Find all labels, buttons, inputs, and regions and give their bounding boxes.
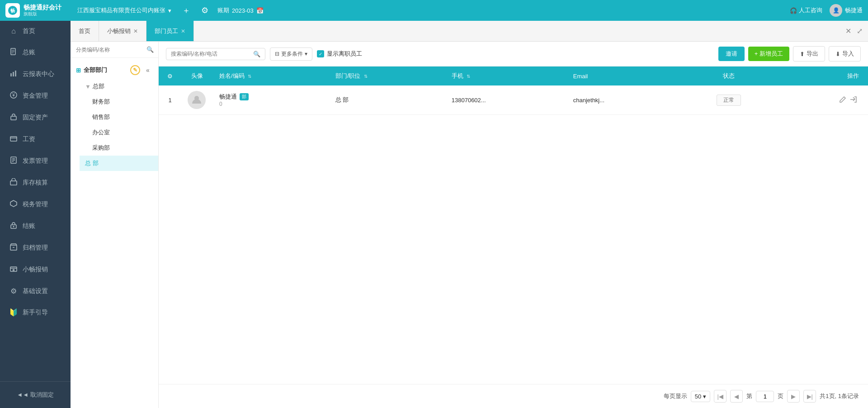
tab-close-button[interactable]: ✕ xyxy=(845,27,851,35)
sidebar-item-close[interactable]: 结账 xyxy=(0,215,71,237)
import-icon: ⬇ xyxy=(835,51,840,57)
sidebar-item-ledger[interactable]: 总账 xyxy=(0,42,71,63)
sidebar-item-reports[interactable]: 云报表中心 xyxy=(0,63,71,85)
tab-employees[interactable]: 部门员工 ✕ xyxy=(146,21,194,41)
show-resigned-checkbox[interactable]: ✓ xyxy=(317,50,324,57)
page-number-input[interactable] xyxy=(756,391,774,402)
sidebar-label-home: 首页 xyxy=(23,27,35,35)
next-page-button[interactable]: ▶ xyxy=(787,390,800,403)
content-area: 首页 小畅报销 ✕ 部门员工 ✕ ✕ ⤢ 🔍 xyxy=(71,21,868,408)
col-phone[interactable]: 手机 ⇅ xyxy=(445,66,567,85)
logout-button[interactable] xyxy=(850,96,857,104)
fixed-icon xyxy=(9,113,18,122)
user-avatar: 👤 xyxy=(830,4,842,17)
tab-expense-close[interactable]: ✕ xyxy=(133,28,138,34)
home-icon: ⌂ xyxy=(9,27,18,35)
status-badge: 正常 xyxy=(717,95,741,106)
sidebar-bottom: ◄◄ 取消固定 xyxy=(0,381,71,408)
tab-employees-close[interactable]: ✕ xyxy=(181,28,185,34)
dept-item-finance[interactable]: 财务部 xyxy=(87,94,158,109)
dept-collapse-button[interactable]: « xyxy=(143,65,153,75)
export-label: 导出 xyxy=(807,50,818,58)
filter-button[interactable]: ⊟ 更多条件 ▾ xyxy=(270,47,312,61)
dept-edit-button[interactable]: ✎ xyxy=(130,65,140,75)
dept-tree: ⊞ 全部部门 ✎ « ▼ 总部 xyxy=(71,58,158,408)
cell-phone: 138070602... xyxy=(445,85,567,115)
settings-button[interactable]: ⚙ xyxy=(199,4,210,17)
per-page-select[interactable]: 50 ▾ xyxy=(691,391,710,402)
svg-rect-8 xyxy=(15,71,16,76)
dept-item-purchase[interactable]: 采购部 xyxy=(87,140,158,156)
logo-text-area: 畅捷通好会计 旗舰版 xyxy=(24,4,61,18)
sidebar-item-salary[interactable]: 工资 xyxy=(0,128,71,150)
dept-item-office[interactable]: 办公室 xyxy=(87,125,158,140)
tab-expand-button[interactable]: ⤢ xyxy=(857,27,863,35)
action-buttons xyxy=(783,96,862,104)
show-resigned-toggle[interactable]: ✓ 显示离职员工 xyxy=(317,50,362,58)
support-button[interactable]: 🎧 人工咨询 xyxy=(790,6,822,14)
svg-rect-18 xyxy=(10,181,17,185)
header-right: 🎧 人工咨询 👤 畅捷通 xyxy=(790,4,863,17)
invite-button[interactable]: 邀请 xyxy=(718,47,745,61)
tab-home[interactable]: 首页 xyxy=(71,21,99,41)
employee-search-input[interactable] xyxy=(171,51,250,57)
edit-button[interactable] xyxy=(839,96,846,104)
tab-employees-label: 部门员工 xyxy=(155,27,178,35)
cell-actions xyxy=(777,85,868,115)
per-page-chevron: ▾ xyxy=(703,393,706,400)
tab-expense[interactable]: 小畅报销 ✕ xyxy=(99,21,146,41)
dept-label-purchase: 采购部 xyxy=(92,144,110,152)
table-row: 1 畅捷通 部 xyxy=(159,85,868,115)
dept-search-input[interactable] xyxy=(76,47,144,53)
table-body: 1 畅捷通 部 xyxy=(159,85,868,115)
dept-item-hq[interactable]: ▼ 总部 xyxy=(80,79,158,94)
first-page-button[interactable]: |◀ xyxy=(714,390,726,403)
dept-label-general: 总 部 xyxy=(85,159,99,167)
user-info[interactable]: 👤 畅捷通 xyxy=(830,4,863,17)
filter-label: 更多条件 xyxy=(281,50,303,58)
search-icon[interactable]: 🔍 xyxy=(253,51,260,57)
svg-rect-7 xyxy=(13,72,14,76)
sidebar-item-inventory[interactable]: 库存核算 xyxy=(0,172,71,194)
prev-page-button[interactable]: ◀ xyxy=(730,390,743,403)
dept-search-icon[interactable]: 🔍 xyxy=(146,46,154,53)
sidebar-label-capital: 资金管理 xyxy=(23,92,48,100)
per-page-value: 50 xyxy=(695,393,701,400)
col-dept[interactable]: 部门/职位 ⇅ xyxy=(329,66,445,85)
sidebar-item-invoice[interactable]: 发票管理 xyxy=(0,150,71,172)
col-status: 状态 xyxy=(681,66,777,85)
calendar-icon[interactable]: 📅 xyxy=(256,7,264,14)
dept-root-all[interactable]: ⊞ 全部部门 ✎ « xyxy=(71,62,158,79)
sidebar-item-tax[interactable]: 税务管理 xyxy=(0,194,71,215)
tax-icon xyxy=(9,200,18,209)
sidebar-label-basic: 基础设置 xyxy=(23,287,48,295)
last-page-button[interactable]: ▶| xyxy=(803,390,816,403)
page-suffix: 页 xyxy=(778,392,783,400)
per-page-label: 每页显示 xyxy=(664,392,687,400)
import-button[interactable]: ⬇ 导入 xyxy=(829,46,861,62)
company-selector[interactable]: 江西服宝精品有限责任公司内账张 ▾ xyxy=(77,6,171,14)
export-button[interactable]: ⬆ 导出 xyxy=(793,46,825,62)
sidebar-item-home[interactable]: ⌂ 首页 xyxy=(0,21,71,42)
logo-subtitle: 旗舰版 xyxy=(24,11,61,17)
sort-dept-icon: ⇅ xyxy=(364,74,368,79)
sidebar-item-basic[interactable]: ⚙ 基础设置 xyxy=(0,280,71,302)
sidebar-item-expense[interactable]: 小畅报销 xyxy=(0,259,71,280)
col-name[interactable]: 姓名/编码 ⇅ xyxy=(213,66,329,85)
col-settings[interactable]: ⚙ xyxy=(159,66,181,85)
dept-item-general[interactable]: 总 部 xyxy=(80,156,158,171)
main-layout: ⌂ 首页 总账 云报表中心 ¥ 资金管理 固定资产 xyxy=(0,21,868,408)
add-employee-button[interactable]: + 新增员工 xyxy=(748,47,789,61)
pagination: 每页显示 50 ▾ |◀ ◀ 第 页 ▶ ▶| 共1页, 1条记录 xyxy=(159,384,868,408)
sort-name-icon: ⇅ xyxy=(248,74,251,79)
sidebar-item-guide[interactable]: 🔰 新手引导 xyxy=(0,302,71,323)
sidebar-item-fixed[interactable]: 固定资产 xyxy=(0,107,71,128)
sidebar-item-archive[interactable]: 归档管理 xyxy=(0,237,71,259)
dept-root-label: 全部部门 xyxy=(84,66,107,74)
sidebar-item-capital[interactable]: ¥ 资金管理 xyxy=(0,85,71,107)
cancel-fixed-button[interactable]: ◄◄ 取消固定 xyxy=(0,386,71,403)
dept-arrow-hq: ▼ xyxy=(85,83,91,90)
add-button[interactable]: ＋ xyxy=(180,3,192,18)
dept-item-sales[interactable]: 销售部 xyxy=(87,109,158,125)
support-label: 人工咨询 xyxy=(799,6,822,14)
